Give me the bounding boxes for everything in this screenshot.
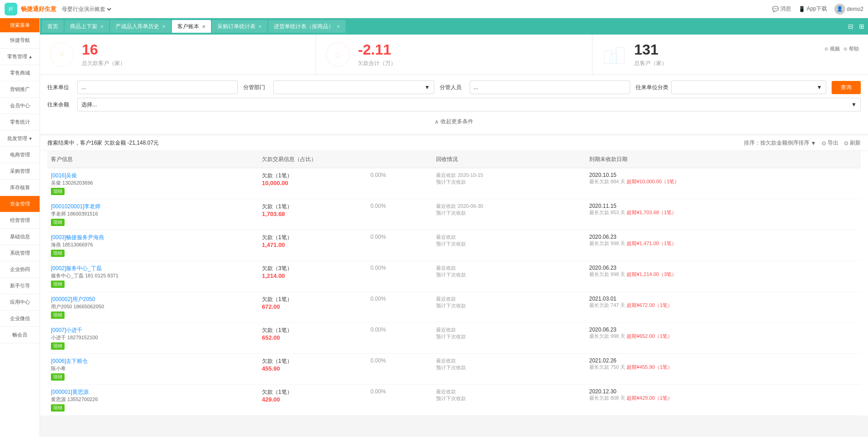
customer-name-link[interactable]: [0006]去下粮仓 [51, 358, 88, 364]
tab-bar: 首页 商品上下架 ✕ 产成品入库单历史 ✕ 客户账本 ✕ 采购订单统计表 ✕ 进… [40, 18, 868, 35]
customer-phone: 吴俊 13026203696 [51, 180, 255, 186]
avatar-icon: 👤 [834, 4, 845, 15]
overdue-amount-link[interactable]: 超期¥1,703.68（1笔） [627, 210, 677, 215]
tab-expand-btn[interactable]: ⊞ [857, 23, 866, 30]
sidebar-search[interactable]: 搜索菜单 [0, 18, 40, 32]
tab-home[interactable]: 首页 [42, 20, 64, 33]
debt-amount[interactable]: 672.00 [262, 303, 363, 310]
debt-percent-cell: 0.00% [367, 385, 433, 416]
sidebar-item-operations[interactable]: 经营管理 [0, 212, 40, 229]
overdue-amount-link[interactable]: 超期¥652.00（1笔） [627, 333, 672, 339]
collection-cell: 最近收款 2020-10-15 预计下次收款 [432, 168, 585, 199]
customer-name-link[interactable]: [000002]用户2050 [51, 296, 95, 302]
tab-close-purchase-order[interactable]: ✕ [258, 24, 262, 29]
debt-amount[interactable]: 652.00 [262, 334, 363, 341]
customer-name-link[interactable]: [000001]黄思源 [51, 389, 89, 395]
debt-amount[interactable]: 1,214.00 [262, 272, 363, 279]
unit-category-select[interactable]: ▼ [671, 80, 826, 94]
customer-name-link[interactable]: [0003]畅捷服务尹海燕 [51, 234, 104, 241]
tab-collapse-btn[interactable]: ⊟ [846, 23, 855, 30]
summary-card-debtors: ¥ 16 总欠款客户（家） [40, 35, 316, 75]
sidebar-item-retail-stats[interactable]: 零售统计 [0, 114, 40, 131]
summary-card-total-customers: 131 总客户（家） ⊙ 视频 ⊙ 帮助 [592, 35, 868, 75]
debt-percent: 0.00% [371, 388, 386, 395]
sidebar-item-enterprise[interactable]: 企业协同 [0, 261, 40, 278]
person-label: 分管人员 [440, 84, 467, 91]
overdue-amount-link[interactable]: 超期¥10,000.00（1笔） [627, 179, 679, 184]
message-btn[interactable]: 💬 消息 [772, 5, 791, 13]
collapse-row[interactable]: ∧ 收起更多条件 [47, 115, 861, 128]
debt-percent: 0.00% [371, 203, 386, 209]
from-unit-input[interactable]: ... [77, 80, 238, 94]
sidebar-item-ecommerce[interactable]: 电商管理 [0, 147, 40, 163]
sidebar-item-purchase[interactable]: 采购管理 [0, 163, 40, 180]
help-btn[interactable]: ⊙ 帮助 [843, 45, 859, 52]
debt-amount[interactable]: 10,000.00 [262, 180, 363, 186]
sidebar-item-inventory[interactable]: 库存核算 [0, 180, 40, 196]
store-select[interactable]: 母婴行业演示账套 [60, 5, 113, 13]
tab-product-history[interactable]: 产成品入库单历史 ✕ [110, 20, 171, 33]
sidebar-item-finance[interactable]: 资金管理 [0, 196, 40, 212]
overdue-days: 最长欠款 808 天 超期¥429.00（1笔） [589, 395, 857, 402]
tab-customer-account[interactable]: 客户账本 ✕ [172, 20, 211, 33]
export-icon: ⊙ [822, 140, 826, 146]
sidebar-item-batch-mgmt[interactable]: 批发管理 ▼ [0, 131, 40, 147]
app-download-btn[interactable]: 📱 App下载 [798, 5, 827, 13]
summary-card-total-debt: ◇ -2.11 欠款合计（万） [316, 35, 592, 75]
person-dots: ... [474, 84, 478, 90]
overdue-days: 最长欠款 998 天 超期¥1,214.00（3笔） [589, 271, 857, 278]
customer-name-link[interactable]: [0001020001]李老师 [51, 203, 100, 210]
dept-select[interactable]: ▼ [273, 80, 434, 94]
sidebar-item-basic-info[interactable]: 基础信息 [0, 229, 40, 245]
customer-phone: 陈小希 [51, 365, 255, 372]
overdue-amount-link[interactable]: 超期¥1,214.00（3笔） [627, 271, 677, 277]
overdue-amount-link[interactable]: 超期¥455.90（1笔） [627, 364, 672, 370]
sidebar-item-vip[interactable]: 畅会员 [0, 327, 40, 343]
tab-goods-listing[interactable]: 商品上下架 ✕ [65, 20, 109, 33]
sidebar-item-retail-mall[interactable]: 零售商城 [0, 65, 40, 81]
debt-count: 欠款（1笔） [262, 388, 363, 396]
tab-close-purchase-stats[interactable]: ✕ [336, 24, 340, 29]
sidebar-item-members[interactable]: 会员中心 [0, 98, 40, 114]
debt-amount[interactable]: 1,703.68 [262, 211, 363, 217]
customer-name-link[interactable]: [0002]服务中心_丁磊 [51, 265, 102, 271]
last-collection: 最近收款 [436, 296, 582, 302]
filter-row-1: 往来单位 ... 分管部门 ▼ 分管人员 [47, 80, 861, 94]
person-input[interactable]: ... [470, 80, 630, 94]
tab-purchase-stats[interactable]: 进货单统计表（按商品） ✕ [268, 20, 346, 33]
sidebar-item-retail-mgmt[interactable]: 零售管理 ▲ [0, 49, 40, 65]
customer-tag: 现销 [51, 188, 65, 195]
customer-name-link[interactable]: [0016]吴俊 [51, 172, 77, 179]
sidebar-item-newbie[interactable]: 新手引导 [0, 278, 40, 294]
sidebar-item-quick-nav[interactable]: 快捷导航 [0, 32, 40, 49]
table-row: [0002]服务中心_丁磊 服务中心_丁磊 181 0125 8371 现销 欠… [47, 261, 861, 292]
customer-tag: 现销 [51, 250, 65, 257]
overdue-days: 最长欠款 853 天 超期¥1,703.68（1笔） [589, 209, 857, 216]
sort-selector[interactable]: 排序：按欠款金额倒序排序 ▼ [744, 139, 816, 147]
debt-amount[interactable]: 1,471.00 [262, 241, 363, 248]
sidebar-item-marketing[interactable]: 营销推广 [0, 81, 40, 98]
export-btn[interactable]: ⊙ 导出 [822, 139, 838, 147]
debt-percent: 0.00% [371, 172, 386, 178]
user-avatar[interactable]: 👤 demo2 [834, 4, 863, 15]
video-btn[interactable]: ⊙ 视频 [824, 45, 840, 52]
refresh-btn[interactable]: ⊙ 刷新 [844, 139, 861, 147]
sidebar-item-system[interactable]: 系统管理 [0, 245, 40, 261]
sidebar-item-app-center[interactable]: 应用中心 [0, 294, 40, 311]
overdue-amount-link[interactable]: 超期¥672.00（1笔） [627, 302, 672, 308]
sidebar-item-wechat[interactable]: 企业微信 [0, 311, 40, 327]
summary-cards: ¥ 16 总欠款客户（家） ◇ [40, 35, 868, 75]
query-button[interactable]: 查询 [832, 81, 861, 94]
tab-close-customer-account[interactable]: ✕ [202, 24, 206, 29]
debt-amount[interactable]: 455.90 [262, 365, 363, 372]
overdue-amount-link[interactable]: 超期¥1,471.00（1笔） [627, 241, 677, 246]
tab-close-goods-listing[interactable]: ✕ [100, 24, 104, 29]
balance-select[interactable]: 选择... ▼ [77, 98, 861, 111]
tab-purchase-order[interactable]: 采购订单统计表 ✕ [212, 20, 267, 33]
overdue-amount-link[interactable]: 超期¥429.00（1笔） [627, 395, 672, 401]
debt-percent-cell: 0.00% [367, 168, 433, 199]
customer-name-link[interactable]: [0007]小进千 [51, 327, 82, 333]
tab-close-product-history[interactable]: ✕ [162, 24, 166, 29]
debt-amount[interactable]: 429.00 [262, 396, 363, 403]
sidebar: 搜索菜单 快捷导航 零售管理 ▲ 零售商城 营销推广 会员中心 零售统计 批发管… [0, 18, 40, 437]
